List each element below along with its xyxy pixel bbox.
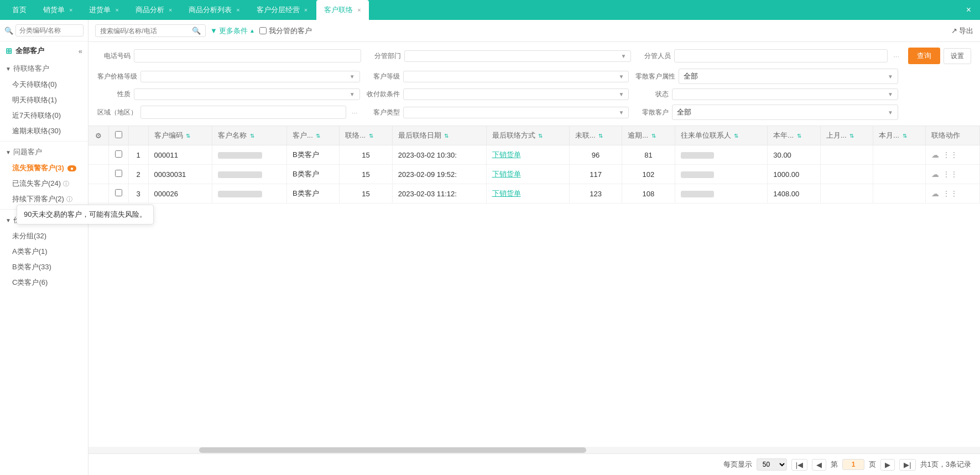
tab-product-list[interactable]: 商品分析列表 × xyxy=(181,0,247,20)
row2-check[interactable] xyxy=(108,165,128,184)
query-button[interactable]: 查询 xyxy=(908,48,940,64)
first-page-btn[interactable]: |◀ xyxy=(791,459,807,471)
next-page-btn[interactable]: ▶ xyxy=(880,459,895,471)
tab-customer-segment[interactable]: 客户分层经营 × xyxy=(249,0,315,20)
page-input[interactable] xyxy=(842,459,864,470)
col-check[interactable] xyxy=(108,126,128,145)
tab-purchase[interactable]: 进货单 × xyxy=(81,0,126,20)
row3-contact-action-icon[interactable]: ☁ xyxy=(931,189,939,198)
row3-more-action-icon[interactable]: ⋮⋮ xyxy=(942,189,958,198)
row1-last-method[interactable]: 下销货单 xyxy=(486,145,569,165)
col-code[interactable]: 客户编码 ⇅ xyxy=(148,126,212,145)
person-more-icon[interactable]: ··· xyxy=(891,52,901,60)
person-input[interactable] xyxy=(674,49,888,62)
col-overdue[interactable]: 逾期... ⇅ xyxy=(622,126,675,145)
customer-type-select[interactable]: ▼ xyxy=(403,107,629,118)
col-type[interactable]: 客户... ⇅ xyxy=(286,126,339,145)
row2-name[interactable] xyxy=(212,165,287,184)
settings-button[interactable]: 设置 xyxy=(943,48,971,64)
tab-home[interactable]: 首页 xyxy=(4,0,34,20)
col-name[interactable]: 客户名称 ⇅ xyxy=(212,126,287,145)
region-more-icon[interactable]: ··· xyxy=(350,108,360,117)
row2-last-method-link[interactable]: 下销货单 xyxy=(492,170,521,178)
sidebar-all-customers[interactable]: ⊞ 全部客户 « xyxy=(0,41,88,60)
sidebar-item-class-c[interactable]: C类客户(6) xyxy=(0,275,88,290)
my-customers-checkbox-container[interactable]: 我分管的客户 xyxy=(259,26,312,36)
gear-icon[interactable]: ⚙ xyxy=(95,132,102,140)
row3-check[interactable] xyxy=(108,184,128,203)
col-last-method[interactable]: 最后联络方式 ⇅ xyxy=(486,126,569,145)
row2-more-action-icon[interactable]: ⋮⋮ xyxy=(942,170,958,179)
prev-page-btn[interactable]: ◀ xyxy=(812,459,826,471)
row1-name[interactable] xyxy=(212,145,287,165)
col-last-date[interactable]: 最后联络日期 ⇅ xyxy=(392,126,486,145)
customer-level-select[interactable]: ▼ xyxy=(403,71,629,82)
tab-sales-close[interactable]: × xyxy=(69,7,72,13)
row2-last-method[interactable]: 下销货单 xyxy=(486,165,569,184)
col-last-month[interactable]: 上月... ⇅ xyxy=(820,126,873,145)
sidebar-group-problem-title[interactable]: ▼ 问题客户 xyxy=(0,144,88,160)
price-level-select[interactable]: ▼ xyxy=(140,71,360,82)
sidebar-collapse-btn[interactable]: « xyxy=(79,47,82,55)
sidebar-item-tomorrow[interactable]: 明天待联络(1) xyxy=(0,92,88,108)
sidebar-item-class-a[interactable]: A类客户(1) xyxy=(0,244,88,259)
sidebar-group-pending-title[interactable]: ▼ 待联络客户 xyxy=(0,60,88,77)
sidebar-item-unclassified[interactable]: 未分组(32) xyxy=(0,228,88,244)
row3-name[interactable] xyxy=(212,184,287,203)
row1-check[interactable] xyxy=(108,145,128,165)
sidebar-item-overdue-contact[interactable]: 逾期未联络(30) xyxy=(0,123,88,139)
tab-purchase-close[interactable]: × xyxy=(115,7,118,13)
last-page-btn[interactable]: ▶| xyxy=(899,459,915,471)
col-gear[interactable]: ⚙ xyxy=(88,126,108,145)
phone-input[interactable] xyxy=(134,49,361,62)
sidebar-search-input[interactable] xyxy=(15,24,84,36)
scroll-thumb[interactable] xyxy=(199,447,586,453)
row3-last-method-link[interactable]: 下销货单 xyxy=(492,189,521,197)
row2-gear[interactable] xyxy=(88,165,108,184)
row3-gear[interactable] xyxy=(88,184,108,203)
sidebar-item-churn-warning[interactable]: 流失预警客户(3) ● xyxy=(0,160,88,176)
filter-search-input[interactable] xyxy=(100,27,192,35)
select-all-checkbox[interactable] xyxy=(115,131,122,138)
sidebar-item-7days[interactable]: 近7天待联络(0) xyxy=(0,108,88,123)
tab-customer-contact-close[interactable]: × xyxy=(357,7,361,13)
tab-product-analysis-close[interactable]: × xyxy=(169,7,172,13)
tab-customer-segment-close[interactable]: × xyxy=(304,7,307,13)
filter-search-box[interactable]: 🔍 xyxy=(95,24,206,37)
zero-attr-select[interactable]: 全部 ▼ xyxy=(679,69,898,84)
per-page-select[interactable]: 50 20 100 xyxy=(757,458,787,471)
row1-gear[interactable] xyxy=(88,145,108,165)
col-unit-contact[interactable]: 往来单位联系人 ⇅ xyxy=(675,126,768,145)
sidebar-item-churned[interactable]: 已流失客户(24) ⓘ xyxy=(0,176,88,191)
row1-actions: ☁ ⋮⋮ xyxy=(926,145,980,165)
row1-more-action-icon[interactable]: ⋮⋮ xyxy=(942,150,958,159)
zero-customer-select[interactable]: 全部 ▼ xyxy=(672,105,898,120)
sidebar-item-class-b[interactable]: B类客户(33) xyxy=(0,259,88,275)
more-conditions-btn[interactable]: ▼ 更多条件 ▲ xyxy=(210,26,255,36)
status-select[interactable]: ▼ xyxy=(672,88,898,100)
row1-last-method-link[interactable]: 下销货单 xyxy=(492,150,521,159)
tab-product-list-close[interactable]: × xyxy=(236,7,239,13)
region-input[interactable] xyxy=(140,106,346,119)
sidebar-item-today[interactable]: 今天待联络(0) xyxy=(0,77,88,92)
col-this-year[interactable]: 本年... ⇅ xyxy=(768,126,820,145)
col-not-contact[interactable]: 未联... ⇅ xyxy=(569,126,622,145)
tab-customer-contact[interactable]: 客户联络 × xyxy=(316,0,368,20)
my-customers-checkbox[interactable] xyxy=(259,27,267,34)
window-close-button[interactable]: × xyxy=(962,5,976,15)
horizontal-scrollbar[interactable] xyxy=(88,447,980,453)
payment-select[interactable]: ▼ xyxy=(403,88,629,100)
row3-last-method[interactable]: 下销货单 xyxy=(486,184,569,203)
row2-code[interactable]: 00030031 xyxy=(148,165,212,184)
row1-contact-action-icon[interactable]: ☁ xyxy=(931,150,939,159)
export-btn[interactable]: ↗ 导出 xyxy=(951,26,973,36)
tab-product-analysis[interactable]: 商品分析 × xyxy=(128,0,180,20)
row1-code[interactable]: 000011 xyxy=(148,145,212,165)
col-this-month[interactable]: 本月... ⇅ xyxy=(873,126,926,145)
tab-sales[interactable]: 销货单 × xyxy=(35,0,80,20)
col-contact[interactable]: 联络... ⇅ xyxy=(340,126,392,145)
nature-select[interactable]: ▼ xyxy=(134,88,360,100)
dept-select[interactable]: ▼ xyxy=(404,50,632,62)
row3-code[interactable]: 000026 xyxy=(148,184,212,203)
row2-contact-action-icon[interactable]: ☁ xyxy=(931,170,939,179)
